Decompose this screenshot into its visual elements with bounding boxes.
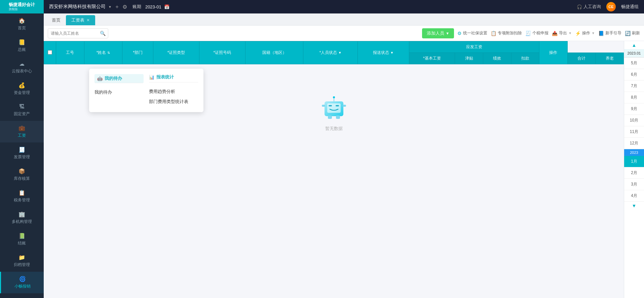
customer-service-label: 人工咨询 [583, 4, 601, 10]
sidebar-item-multi-org[interactable]: 🏢 多机构管理 [0, 207, 44, 229]
popup-dept-expense-item[interactable]: 部门费用类型统计表 [149, 97, 198, 107]
sidebar-item-archive[interactable]: 📁 归档管理 [0, 250, 44, 272]
new-guide-label: 新手引导 [605, 30, 621, 36]
month-panel-header: 2023.01 [624, 49, 644, 58]
sidebar-item-fixed-assets[interactable]: 🏗 固定资产 [0, 100, 44, 121]
popup-col2-header[interactable]: 📊 报表统计 [149, 74, 198, 82]
add-icon[interactable]: ＋ [114, 3, 120, 10]
month-item-11[interactable]: 11月 [624, 126, 644, 138]
operations-action[interactable]: ⚡ 操作 ▼ [575, 30, 595, 36]
th-total: 合计 [567, 53, 596, 64]
th-number: 工号 [56, 41, 84, 64]
avatar[interactable]: CE [606, 2, 616, 11]
sidebar-item-fund[interactable]: 💰 资金管理 [0, 78, 44, 100]
export-label: 导出 [559, 30, 567, 36]
social-security-action[interactable]: ⚙ 统一社保设置 [457, 30, 487, 36]
personal-tax-icon: 🧾 [525, 31, 531, 36]
sidebar-item-fixed-assets-label: 固定资产 [14, 111, 30, 117]
settings-icon[interactable]: ⚙ [122, 4, 127, 10]
tab-salary-table-label: 工资表 [71, 17, 84, 23]
month-item-9[interactable]: 9月 [624, 103, 644, 115]
calendar-icon[interactable]: 📅 [164, 4, 169, 9]
special-deduct-icon: 📋 [491, 31, 496, 36]
month-item-6[interactable]: 6月 [624, 69, 644, 80]
popup-dept-expense-label: 部门费用类型统计表 [149, 99, 188, 104]
tab-close-icon[interactable]: ✕ [86, 18, 90, 23]
chevron-down-icon[interactable]: ▼ [108, 5, 112, 9]
month-item-12[interactable]: 12月 [624, 138, 644, 149]
archive-icon: 📁 [18, 254, 25, 261]
popup-todo-item[interactable]: 我的待办 [94, 87, 144, 97]
search-input[interactable] [51, 31, 98, 36]
popup-columns: 🤖 我的待办 我的待办 📊 报表统计 [94, 74, 198, 107]
popup-expense-trend-item[interactable]: 费用趋势分析 [149, 87, 198, 97]
th-salary-group: 应发工资 [409, 41, 539, 53]
svg-rect-4 [328, 115, 332, 119]
customer-service-btn[interactable]: 🎧 人工咨询 [577, 4, 601, 10]
table-area: 工号 *姓名 ⇅ *部门 *证照类型 *证照号码 国籍（地区） *人员状态 ▼ … [44, 41, 624, 298]
sidebar-item-basic-settings[interactable]: ⚙ 基础设置 [0, 293, 44, 298]
sidebar-item-invoice[interactable]: 🧾 发票管理 [0, 142, 44, 164]
logo-text: 畅捷通好会计 [9, 2, 35, 7]
tab-salary-table[interactable]: 工资表 ✕ [66, 15, 95, 25]
svg-rect-6 [322, 105, 325, 107]
fund-icon: 💰 [18, 82, 25, 89]
popup-col1-header[interactable]: 🤖 我的待办 [94, 74, 144, 83]
month-item-2[interactable]: 2月 [624, 167, 644, 179]
sidebar-item-cloud-label: 云报表中心 [12, 68, 32, 74]
month-item-8[interactable]: 8月 [624, 92, 644, 103]
select-all-checkbox[interactable] [48, 50, 52, 55]
sidebar-item-cloud-report[interactable]: ☁ 云报表中心 [0, 57, 44, 78]
th-basic-salary: *基本工资 [409, 53, 455, 64]
month-item-1[interactable]: 1月 [624, 156, 644, 167]
sidebar-item-archive-label: 归档管理 [14, 262, 30, 268]
th-person-status: *人员状态 ▼ [303, 41, 357, 64]
xiaochang-icon: 🌀 [19, 276, 26, 282]
add-person-button[interactable]: 添加人员 ▼ [422, 28, 454, 38]
sidebar-item-home[interactable]: 🏠 首页 [0, 13, 44, 35]
special-deduct-action[interactable]: 📋 专项附加扣除 [491, 30, 522, 36]
sidebar-item-salary[interactable]: 💼 工资 [0, 121, 44, 142]
popup-col-2: 📊 报表统计 费用趋势分析 部门费用类型统计表 [149, 74, 198, 107]
operations-icon: ⚡ [575, 31, 581, 36]
top-header: 畅捷通好会计 旗舰版 西安虾米网络科技有限公司 ▼ ＋ ⚙ 账期 2023-01… [0, 0, 644, 13]
add-person-label: 添加人员 [427, 30, 444, 36]
sidebar-item-ledger[interactable]: 📒 总账 [0, 35, 44, 57]
month-item-10[interactable]: 10月 [624, 115, 644, 126]
tab-home[interactable]: 首页 [46, 15, 66, 25]
logo-subtitle: 旗舰版 [9, 7, 35, 11]
sidebar-item-accounting[interactable]: 📗 结账 [0, 229, 44, 250]
month-nav-up[interactable]: ▲ [631, 41, 638, 49]
month-nav-down[interactable]: ▼ [631, 202, 638, 210]
sidebar-item-tax[interactable]: 📋 税务管理 [0, 186, 44, 207]
month-panel: ▲ 2023.01 5月 6月 7月 8月 9月 10月 11月 12月 202… [624, 41, 644, 298]
add-person-chevron-icon: ▼ [446, 31, 449, 35]
export-action[interactable]: 📤 导出 ▼ [552, 30, 572, 36]
checkbox-header[interactable] [44, 41, 56, 64]
refresh-action[interactable]: 🔄 刷新 [625, 30, 640, 36]
export-icon: 📤 [552, 31, 558, 36]
refresh-label: 刷新 [632, 30, 640, 36]
month-item-5[interactable]: 5月 [624, 58, 644, 69]
ledger-icon: 📒 [18, 39, 25, 45]
th-dept: *部门 [122, 41, 153, 64]
month-item-3[interactable]: 3月 [624, 179, 644, 190]
personal-tax-action[interactable]: 🧾 个税申报 [525, 30, 548, 36]
popup-col2-title: 报表统计 [156, 74, 174, 80]
new-guide-action[interactable]: 📘 新手引导 [598, 30, 621, 36]
sidebar-item-inventory[interactable]: 📦 库存核算 [0, 164, 44, 186]
toolbar-right: 添加人员 ▼ ⚙ 统一社保设置 📋 专项附加扣除 🧾 个税申报 📤 导 [422, 28, 640, 38]
content-area: 首页 工资表 ✕ 🔍 添加人员 ▼ ⚙ 统一社保设置 [44, 13, 644, 298]
month-item-7[interactable]: 7月 [624, 80, 644, 92]
sidebar-item-salary-label: 工资 [18, 133, 26, 138]
sidebar-item-xiaochang[interactable]: 🌀 小畅报销 [0, 272, 44, 293]
headphone-icon: 🎧 [577, 4, 582, 9]
home-icon: 🏠 [18, 18, 25, 24]
th-id-num: *证照号码 [199, 41, 245, 64]
tax-icon: 📋 [18, 190, 25, 196]
popup-col1-title: 我的待办 [105, 75, 122, 81]
th-allowance: 津贴 [455, 53, 483, 64]
report-stats-icon: 📊 [149, 75, 154, 80]
month-item-4[interactable]: 4月 [624, 190, 644, 202]
popup-expense-trend-label: 费用趋势分析 [149, 89, 175, 94]
